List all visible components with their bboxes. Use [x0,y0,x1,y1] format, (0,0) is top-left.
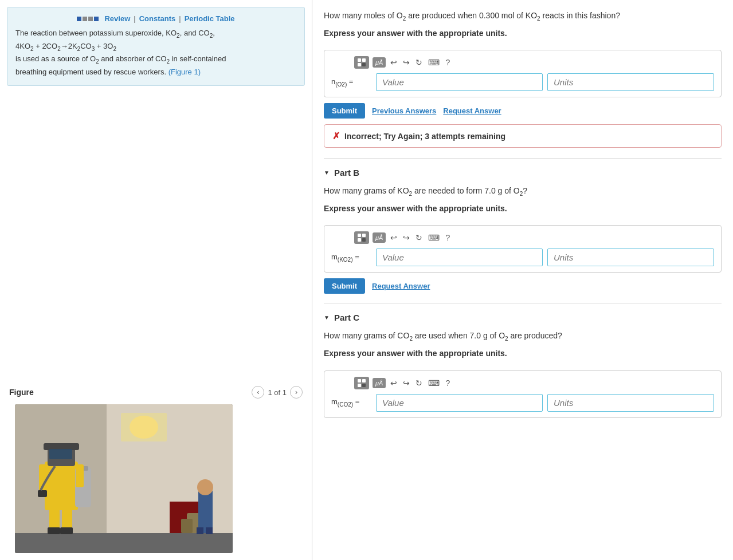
svg-rect-32 [362,238,366,242]
svg-rect-29 [358,234,361,237]
svg-rect-36 [362,384,366,387]
part-b-header: ▼ Part B [324,168,722,178]
part-b-action-row: Submit Request Answer [324,278,722,294]
part-c-units-input[interactable] [547,394,714,412]
part-a-value-input[interactable] [376,73,543,91]
figure-title: Figure [9,388,34,397]
part-c-input-label: m(CO2) = [331,397,371,408]
part-b-undo-button[interactable]: ↩ [389,232,398,243]
part-c-toolbar: μÅ ↩ ↪ ↻ ⌨ ? [331,377,714,389]
part-b-collapse-button[interactable]: ▼ [324,169,330,176]
part-b-input-row: m(KO2) = [331,249,714,266]
svg-rect-34 [362,379,366,382]
undo-button[interactable]: ↩ [389,57,398,68]
svg-rect-35 [358,384,361,387]
part-b-value-input[interactable] [376,249,543,266]
part-a-request-answer-button[interactable]: Request Answer [443,107,501,115]
svg-rect-31 [358,238,361,242]
constants-link[interactable]: Constants [139,14,176,23]
mu-button[interactable]: μÅ [373,57,386,68]
help-button[interactable]: ? [444,57,451,68]
part-c-undo-button[interactable]: ↩ [389,377,398,389]
review-bar: Review | Constants | Periodic Table [15,14,296,23]
part-a-answer-box: μÅ ↩ ↪ ↻ ⌨ ? n(O2) = [324,50,722,97]
part-b-submit-button[interactable]: Submit [324,278,365,294]
periodic-table-link[interactable]: Periodic Table [185,14,235,23]
part-a-question-text: How many moles of O2 are produced when 0… [324,9,722,23]
svg-rect-5 [181,519,193,533]
part-b-matrix-button[interactable] [354,231,369,244]
part-c-matrix-button[interactable] [354,377,369,389]
part-a-question: How many moles of O2 are produced when 0… [324,9,722,40]
svg-rect-14 [76,464,84,487]
part-b-input-label: m(KO2) = [331,253,371,263]
figure-page-indicator: 1 of 1 [268,388,287,397]
right-panel: How many moles of O2 are produced when 0… [312,0,733,560]
part-c-label: Part C [334,313,359,322]
sep2: | [179,14,181,23]
svg-rect-30 [362,234,366,237]
svg-rect-10 [45,462,78,510]
svg-rect-28 [362,63,366,66]
part-a-instruction: Express your answer with the appropriate… [324,27,722,40]
part-b-instruction: Express your answer with the appropriate… [324,202,722,215]
part-b-units-input[interactable] [547,249,714,266]
part-b-keyboard-button[interactable]: ⌨ [427,232,441,243]
figure-prev-button[interactable]: ‹ [252,386,264,399]
svg-rect-25 [358,58,361,62]
incorrect-icon: ✗ [332,131,340,141]
svg-rect-26 [362,58,366,62]
figure-nav: ‹ 1 of 1 › [252,386,303,399]
svg-rect-22 [206,527,213,534]
divider-1 [324,158,722,159]
svg-point-20 [197,479,213,495]
part-c-header: ▼ Part C [324,313,722,322]
svg-rect-21 [197,527,203,534]
part-c-collapse-button[interactable]: ▼ [324,314,330,321]
svg-rect-27 [358,63,361,66]
svg-rect-18 [49,449,72,459]
part-b-request-answer-button[interactable]: Request Answer [372,282,430,290]
part-c-help-button[interactable]: ? [444,377,451,389]
part-b-answer-box: μÅ ↩ ↪ ↻ ⌨ ? m(KO2) = [324,225,722,273]
figure-header: Figure ‹ 1 of 1 › [9,386,303,399]
left-panel: Review | Constants | Periodic Table The … [0,0,312,560]
part-c-refresh-button[interactable]: ↻ [414,377,424,389]
part-c-keyboard-button[interactable]: ⌨ [427,377,441,389]
part-a-submit-button[interactable]: Submit [324,103,365,119]
svg-rect-19 [198,490,213,533]
part-b-redo-button[interactable]: ↪ [402,232,411,243]
part-a-toolbar: μÅ ↩ ↪ ↻ ⌨ ? [331,56,714,69]
part-c-input-row: m(CO2) = [331,394,714,412]
refresh-button[interactable]: ↻ [414,57,424,68]
matrix-button[interactable] [354,56,369,69]
part-b-refresh-button[interactable]: ↻ [414,232,424,243]
part-c-mu-button[interactable]: μÅ [373,378,386,388]
part-b-question: How many grams of KO2 are needed to form… [324,184,722,215]
part-c-redo-button[interactable]: ↪ [402,377,411,389]
svg-point-24 [130,416,158,439]
part-b-toolbar: μÅ ↩ ↪ ↻ ⌨ ? [331,231,714,244]
svg-rect-33 [358,379,361,382]
redo-button[interactable]: ↪ [402,57,411,68]
svg-rect-15 [38,490,47,497]
part-a-input-label: n(O2) = [331,77,371,88]
part-a-units-input[interactable] [547,73,714,91]
figure-link[interactable]: (Figure 1) [168,68,201,76]
keyboard-button[interactable]: ⌨ [427,57,441,68]
part-a-input-row: n(O2) = [331,73,714,91]
part-c-question-text: How many grams of CO2 are used when 7.0 … [324,329,722,344]
part-a-prev-answers-button[interactable]: Previous Answers [372,107,436,115]
part-a-feedback-box: ✗ Incorrect; Try Again; 3 attempts remai… [324,124,722,148]
part-b-help-button[interactable]: ? [444,232,451,243]
part-c-instruction: Express your answer with the appropriate… [324,347,722,360]
svg-rect-8 [48,527,60,534]
figure-next-button[interactable]: › [290,386,303,399]
svg-rect-3 [15,533,233,553]
divider-2 [324,303,722,303]
review-link[interactable]: Review [104,14,130,23]
problem-context-box: Review | Constants | Periodic Table The … [7,7,305,86]
figure-section: Figure ‹ 1 of 1 › [0,379,312,560]
part-c-value-input[interactable] [376,394,543,412]
part-b-mu-button[interactable]: μÅ [373,232,386,243]
